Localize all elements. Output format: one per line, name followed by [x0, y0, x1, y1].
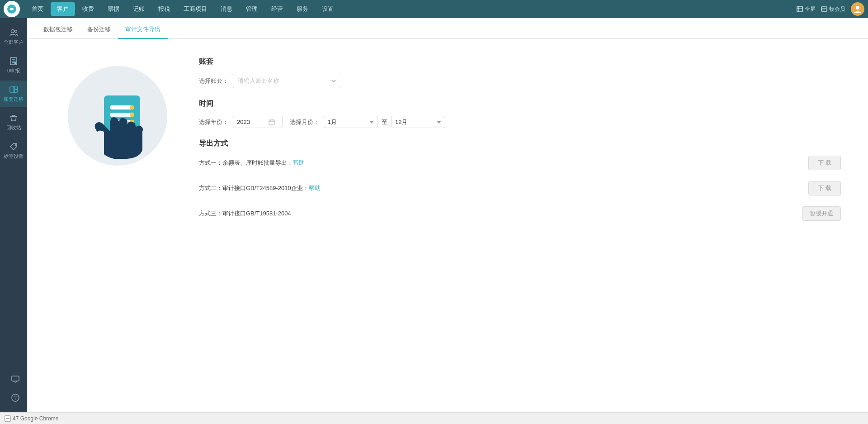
month-to-select[interactable]: 1月2月3月4月 5月6月7月8月 9月10月11月12月	[391, 116, 445, 128]
nav-fee[interactable]: 收费	[76, 2, 100, 16]
time-row: 选择年份： 2023 选择月份： 1月2月3月4月 5月6月7月8月 9月10月…	[199, 116, 841, 128]
to-text: 至	[382, 118, 387, 126]
sidebar-item-migration[interactable]: 账套迁移	[0, 81, 27, 107]
export-method-3-button[interactable]: 暂缓开通	[802, 206, 841, 221]
top-navigation: 首页 客户 收费 票据 记账 报税 工商项目 消息 管理 经营 服务 设置 全屏…	[0, 0, 868, 18]
nav-settings[interactable]: 设置	[316, 2, 340, 16]
export-method-2-help[interactable]: 帮助	[309, 185, 321, 191]
tab-backup-migration[interactable]: 备份迁移	[80, 21, 118, 39]
export-section-title: 导出方式	[199, 139, 841, 148]
svg-point-5	[15, 30, 17, 33]
status-bar-text: 47 Google Chrome	[13, 415, 58, 422]
export-method-2-label: 方式二：审计接口GB/T24589-2010企业：	[199, 185, 309, 191]
main-layout: 全部客户 0 0申报 账套迁移 回收站	[0, 18, 868, 412]
avatar[interactable]	[851, 2, 864, 16]
illustration-circle	[68, 66, 167, 166]
account-select-row: 选择账套： 请输入账套名称	[199, 74, 841, 88]
svg-rect-2	[821, 7, 827, 11]
form-area: 账套 选择账套： 请输入账套名称 时间 选择年份： 20	[181, 57, 841, 394]
svg-point-20	[130, 113, 134, 117]
sidebar: 全部客户 0 0申报 账套迁移 回收站	[0, 18, 27, 412]
nav-operation[interactable]: 经营	[265, 2, 289, 16]
svg-point-4	[11, 30, 14, 33]
status-bar-icon	[5, 415, 11, 422]
svg-rect-12	[12, 376, 19, 381]
export-method-2-desc: 方式二：审计接口GB/T24589-2010企业：帮助	[199, 184, 808, 192]
nav-manage[interactable]: 管理	[240, 2, 264, 16]
top-nav-right: 全屏 畅会员	[797, 2, 864, 16]
nav-tax[interactable]: 报税	[152, 2, 176, 16]
content-area: 数据包迁移 备份迁移 审计文件导出	[27, 18, 868, 412]
account-placeholder: 请输入账套名称	[238, 77, 279, 85]
svg-point-19	[130, 105, 134, 110]
page-content: 账套 选择账套： 请输入账套名称 时间 选择年份： 20	[27, 39, 868, 412]
year-label: 选择年份：	[199, 118, 228, 126]
year-input-wrap[interactable]: 2023	[233, 116, 283, 128]
sidebar-item-declaration[interactable]: 0 0申报	[0, 52, 27, 79]
svg-point-3	[856, 6, 859, 10]
sidebar-item-trash[interactable]: 回收站	[0, 109, 27, 136]
tab-bar: 数据包迁移 备份迁移 审计文件导出	[27, 18, 868, 39]
export-method-1-help[interactable]: 帮助	[293, 159, 305, 166]
svg-point-11	[15, 144, 16, 146]
export-method-1-row: 方式一：余额表、序时账批量导出：帮助 下 载	[199, 156, 841, 170]
nav-bookkeeping[interactable]: 记账	[127, 2, 151, 16]
account-select-label: 选择账套：	[199, 77, 228, 85]
year-input[interactable]: 2023	[237, 119, 269, 125]
export-method-1-label: 方式一：余额表、序时账批量导出：	[199, 159, 293, 166]
fullscreen-button[interactable]: 全屏	[797, 5, 816, 13]
illustration-area	[54, 57, 181, 394]
export-method-2-row: 方式二：审计接口GB/T24589-2010企业：帮助 下 载	[199, 181, 841, 195]
export-method-3-row: 方式三：审计接口GB/T19581-2004 暂缓开通	[199, 206, 841, 221]
tab-audit-export[interactable]: 审计文件导出	[118, 21, 168, 39]
svg-rect-23	[269, 120, 274, 125]
nav-service[interactable]: 服务	[290, 2, 315, 16]
sidebar-item-all-clients[interactable]: 全部客户	[0, 24, 27, 50]
nav-message[interactable]: 消息	[214, 2, 239, 16]
app-logo[interactable]	[4, 1, 20, 17]
sidebar-item-help[interactable]: ?	[6, 389, 24, 407]
nav-home[interactable]: 首页	[25, 2, 50, 16]
export-method-2-button[interactable]: 下 载	[808, 181, 841, 195]
status-bar: 47 Google Chrome	[0, 412, 868, 424]
export-method-3-desc: 方式三：审计接口GB/T19581-2004	[199, 210, 802, 218]
sidebar-item-message-bottom[interactable]	[6, 370, 24, 388]
svg-text:?: ?	[14, 395, 17, 400]
nav-menu: 首页 客户 收费 票据 记账 报税 工商项目 消息 管理 经营 服务 设置	[25, 2, 797, 16]
month-from-select[interactable]: 1月2月3月4月 5月6月7月8月 9月10月11月12月	[324, 116, 378, 128]
svg-rect-1	[797, 6, 802, 12]
month-label: 选择月份：	[290, 118, 319, 126]
account-select-input[interactable]: 请输入账套名称	[233, 74, 341, 88]
svg-rect-24	[6, 418, 9, 419]
sidebar-bottom: ?	[5, 369, 23, 408]
sidebar-item-tag[interactable]: 标签设置	[0, 138, 27, 164]
export-method-1-desc: 方式一：余额表、序时账批量导出：帮助	[199, 159, 808, 167]
nav-commerce[interactable]: 工商项目	[177, 2, 213, 16]
nav-invoice[interactable]: 票据	[101, 2, 126, 16]
member-button[interactable]: 畅会员	[821, 5, 845, 13]
nav-client[interactable]: 客户	[51, 2, 75, 16]
tab-data-migration[interactable]: 数据包迁移	[36, 21, 80, 39]
time-section-title: 时间	[199, 99, 841, 109]
export-method-1-button[interactable]: 下 载	[808, 156, 841, 170]
svg-rect-9	[10, 87, 14, 92]
export-method-3-label: 方式三：审计接口GB/T19581-2004	[199, 210, 291, 217]
account-section-title: 账套	[199, 57, 841, 67]
